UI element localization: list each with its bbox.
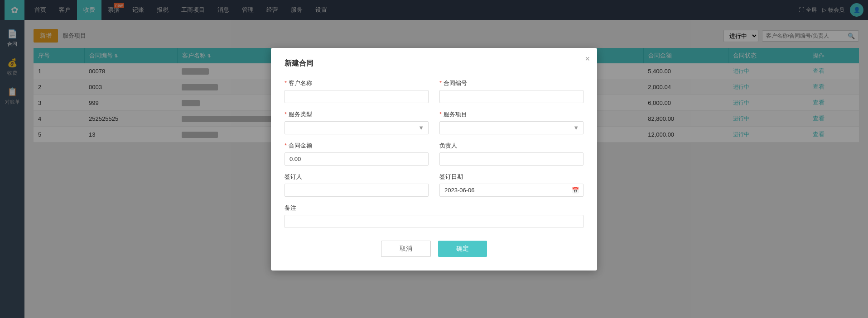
modal-title: 新建合同 bbox=[285, 59, 583, 68]
input-sign-date[interactable] bbox=[439, 184, 583, 197]
modal-footer: 取消 确定 bbox=[285, 241, 583, 257]
modal-close-button[interactable]: × bbox=[585, 54, 590, 64]
new-contract-modal: 新建合同 × * 客户名称 * 合同编号 bbox=[271, 48, 597, 271]
field-signer: 签订人 bbox=[285, 173, 429, 197]
field-responsible: 负责人 bbox=[439, 142, 583, 166]
label-responsible: 负责人 bbox=[439, 142, 583, 150]
input-signer[interactable] bbox=[285, 184, 429, 197]
calendar-icon[interactable]: 📅 bbox=[572, 187, 579, 194]
input-contract-no[interactable] bbox=[439, 90, 583, 103]
confirm-button[interactable]: 确定 bbox=[438, 241, 487, 257]
input-customer-name[interactable] bbox=[285, 90, 429, 103]
select-service-item[interactable] bbox=[439, 121, 583, 134]
label-service-item: * 服务项目 bbox=[439, 110, 583, 119]
field-service-item: * 服务项目 ▼ bbox=[439, 110, 583, 134]
field-service-type: * 服务类型 ▼ bbox=[285, 110, 429, 134]
field-remark: 备注 bbox=[285, 204, 583, 228]
input-remark[interactable] bbox=[285, 215, 583, 228]
cancel-button[interactable]: 取消 bbox=[381, 241, 431, 257]
field-contract-amount: * 合同金额 bbox=[285, 142, 429, 166]
field-contract-no: * 合同编号 bbox=[439, 79, 583, 103]
select-service-type[interactable] bbox=[285, 121, 429, 134]
label-signer: 签订人 bbox=[285, 173, 429, 181]
modal-overlay: 新建合同 × * 客户名称 * 合同编号 bbox=[0, 0, 868, 318]
input-contract-amount[interactable] bbox=[285, 152, 429, 166]
label-service-type: * 服务类型 bbox=[285, 110, 429, 119]
field-customer-name: * 客户名称 bbox=[285, 79, 429, 103]
sign-date-wrapper: 📅 bbox=[439, 184, 583, 197]
service-type-wrapper: ▼ bbox=[285, 121, 429, 134]
service-item-wrapper: ▼ bbox=[439, 121, 583, 134]
input-responsible[interactable] bbox=[439, 152, 583, 166]
modal-form: * 客户名称 * 合同编号 * 服务类型 bbox=[285, 79, 583, 228]
label-customer-name: * 客户名称 bbox=[285, 79, 429, 87]
label-remark: 备注 bbox=[285, 204, 583, 212]
field-sign-date: 签订日期 📅 bbox=[439, 173, 583, 197]
label-contract-no: * 合同编号 bbox=[439, 79, 583, 87]
label-sign-date: 签订日期 bbox=[439, 173, 583, 181]
label-contract-amount: * 合同金额 bbox=[285, 142, 429, 150]
